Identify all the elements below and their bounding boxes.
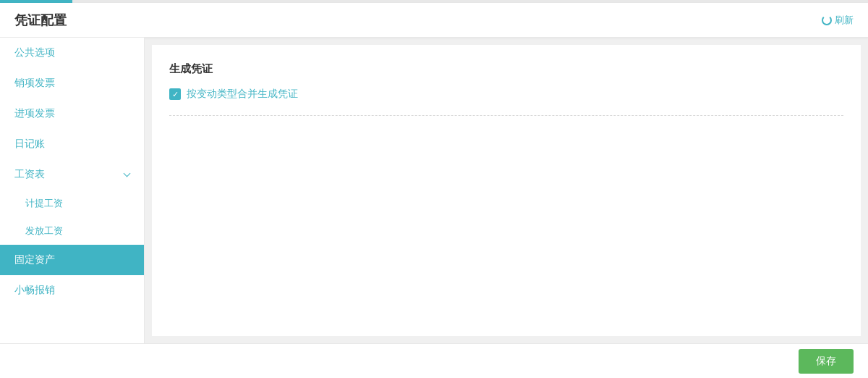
sidebar: 公共选项 销项发票 进项发票 日记账 工资表 计提工资 发放工资 固定资产 <box>0 38 145 343</box>
sidebar-item-label: 发放工资 <box>25 225 63 236</box>
footer: 保存 <box>0 343 868 378</box>
save-button[interactable]: 保存 <box>799 349 854 374</box>
checkbox-label[interactable]: 按变动类型合并生成凭证 <box>187 88 298 101</box>
sidebar-item-label: 固定资产 <box>14 253 55 266</box>
sidebar-item-purchase-invoice[interactable]: 进项发票 <box>0 98 144 129</box>
refresh-icon <box>822 15 832 25</box>
sidebar-item-label: 工资表 <box>14 168 45 181</box>
main-layout: 公共选项 销项发票 进项发票 日记账 工资表 计提工资 发放工资 固定资产 <box>0 38 868 343</box>
page-wrapper: 凭证配置 刷新 公共选项 销项发票 进项发票 日记账 工资表 <box>0 0 868 378</box>
sidebar-item-fixed-assets[interactable]: 固定资产 <box>0 245 144 275</box>
page-title: 凭证配置 <box>14 12 67 29</box>
refresh-label: 刷新 <box>835 14 854 27</box>
refresh-button[interactable]: 刷新 <box>822 14 854 27</box>
section-title: 生成凭证 <box>169 62 843 76</box>
sidebar-item-label: 计提工资 <box>25 198 63 209</box>
sidebar-item-pay-salary[interactable]: 发放工资 <box>0 217 144 245</box>
sidebar-item-journal[interactable]: 日记账 <box>0 129 144 159</box>
sidebar-item-sales-invoice[interactable]: 销项发票 <box>0 68 144 98</box>
section-divider <box>169 115 843 116</box>
sidebar-item-payroll[interactable]: 工资表 <box>0 159 144 190</box>
header: 凭证配置 刷新 <box>0 3 868 38</box>
checkbox-row: 按变动类型合并生成凭证 <box>169 88 843 101</box>
sidebar-item-label: 销项发票 <box>14 77 55 90</box>
sidebar-item-label: 公共选项 <box>14 46 55 59</box>
sidebar-item-label: 进项发票 <box>14 107 55 120</box>
sidebar-item-expense-reimbursement[interactable]: 小畅报销 <box>0 275 144 306</box>
chevron-down-icon <box>124 170 131 177</box>
sidebar-item-public-options[interactable]: 公共选项 <box>0 38 144 68</box>
sidebar-item-accrual-salary[interactable]: 计提工资 <box>0 190 144 217</box>
sidebar-item-label: 日记账 <box>14 138 45 151</box>
merge-by-type-checkbox[interactable] <box>169 88 181 100</box>
content-area: 生成凭证 按变动类型合并生成凭证 <box>152 45 861 336</box>
sidebar-item-label: 小畅报销 <box>14 284 55 297</box>
